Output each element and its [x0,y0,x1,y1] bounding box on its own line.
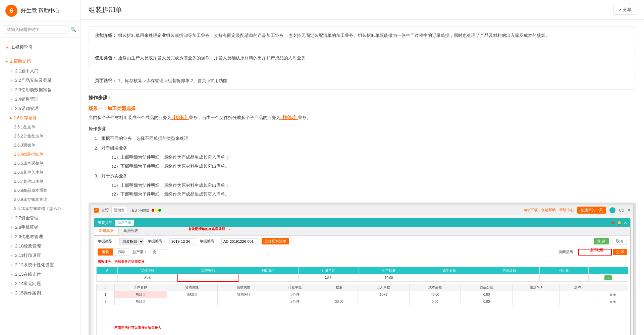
sidebar-item-stockcount[interactable]: 2.6.1盘点单 [0,123,80,132]
create-new-btn[interactable]: 创建新的一天 [577,207,606,214]
intro-block: 功能介绍： 组装拆卸单用来处理企业组装或拆卸等加工业务，支持有固定装配清单的产品… [89,26,636,44]
table-row [97,329,628,335]
sidebar-item-print[interactable]: ＋2.11打印设置 [0,251,80,260]
upper-add-btn[interactable]: + [604,275,612,280]
sidebar-item-partialcount[interactable]: 2.6.2分量盘点单 [0,132,80,141]
sidebar-item-faq[interactable]: ＋2.14常见问题 [0,279,80,288]
sidebar-item-docs[interactable]: ● 2.帮助文档 [0,56,80,66]
inner-newdoc-btn[interactable]: 新建单据 [115,220,134,226]
docnum-input[interactable] [221,238,258,244]
lower-th-num: # [97,284,115,291]
sidebar-nav: ＋ 1.视频学习 ● 2.帮助文档 ＋2.1新手入门 ＋2.2产品安装及登录 ＋… [0,38,80,335]
sidebar-item-adj[interactable]: 2.6.3调拨单 [0,141,80,150]
user-avatar [609,207,615,213]
app-download-link[interactable]: App下载 [524,208,538,213]
sidebar-item-coupon[interactable]: ＋2.9优惠券管理 [0,232,80,241]
sidebar-item-otherout[interactable]: 2.6.7其他出库单 [0,177,80,186]
sidebar-item-install[interactable]: ＋2.2产品安装及登录 [0,76,80,85]
upper-th-qty: 生产数量 [359,267,419,274]
sidebar-item-operations[interactable]: ＋2.10经营管理 [0,241,80,251]
titlebar-left: 6 自贸 新销售 TEST-H002 [94,207,161,213]
sidebar-item-costadjust[interactable]: 2.6.5成本调整单 [0,159,80,168]
sidebar-item-video[interactable]: ＋ 1.视频学习 [0,42,80,52]
sidebar-item-assembly[interactable]: 2.6.4组装拆卸单 [0,150,80,159]
upper-th-avail: 可用量 [539,267,588,274]
sidebar-item-purchase[interactable]: ＋2.5采购管理 [0,104,80,113]
app-outer: 6 自贸 新销售 TEST-H002 [89,203,636,335]
inner-app-header: 组装拆卸 新建单据 📌 🔔 ✕ [94,218,630,227]
print-icon: ＋ [9,253,14,258]
close-icon[interactable]: ✕ [628,208,631,212]
annotation-spacer [94,257,630,267]
lower-th-name: 子件名称 [114,284,166,291]
assembly-toggle-btn[interactable]: 组装 [98,248,113,256]
disassembly-link: 【拆卸】 [280,115,298,120]
step3: 3、对于拆卖业务 （1）上部明细为父件明细，最终作为原材料生成其它出库单； （2… [95,172,636,198]
date-input[interactable] [169,238,196,244]
annotation-enable-text: 启用处理 [590,248,603,252]
sidebar-item-custom[interactable]: ＋2.12系统个性化设置 [0,260,80,270]
sidebar-item-costrecalc[interactable]: 2.6.8商品成本重算 [0,186,80,195]
lr-1-attr2: 辅助(41) [218,291,269,298]
inner-header-close[interactable]: ✕ [624,221,627,225]
table-row: 1 商品 1 辅助(1) 辅助(41) 1个/件 10+1 46.00 [97,291,628,298]
lr-2-qty: 30.00 [321,298,358,305]
sidebar-item-newcomer[interactable]: ＋2.1新手入门 [0,66,80,76]
lower-th-attr2: 辅助属性 [218,284,269,291]
sidebar-item-dataprep[interactable]: ＋2.3使用前数据准备 [0,85,80,95]
lr-2-ops: ⊕ ⊗ [597,298,628,305]
tab-list[interactable]: 单据列表 [119,227,143,235]
scene1-heading: 场景一：加工类型选择 [89,106,636,112]
doctype-select[interactable]: 组装拆卸 [119,238,144,245]
table-row [97,323,628,329]
role-label: 使用角色： [95,55,117,60]
create-help-link[interactable]: 创建帮助 [541,208,556,213]
role-text: 通常由生产人员或库管人员完成拆装业务的操作，库管人员确认原材料的出库和产成品的入… [118,55,306,60]
search-input[interactable] [4,25,68,34]
sidebar-item-cases[interactable]: ＋2.15操作案例 [0,288,80,298]
main-content: 功能介绍： 组装拆卸单用来处理企业组装或拆卸等加工业务，支持有固定装配清单的产品… [80,20,644,335]
inner-header-icon2: 🔔 [617,221,622,225]
sidebar-item-onlinepay[interactable]: ＋2.13在线支付 [0,270,80,279]
table-row: 2 商品 2 1个/件 30.00 0.00 [97,298,628,305]
logo-icon: 6 [5,5,17,17]
share-icon: ↗ [618,7,622,12]
count-input[interactable] [151,249,167,255]
upper-row-ops: + [588,274,628,281]
sidebar-item-accounterr[interactable]: 2.6.10库存账本错了怎么办 [0,204,80,213]
sidebar-item-sales[interactable]: ＋2.4销售管理 [0,95,80,104]
upper-row-other [479,274,540,281]
save-btn[interactable]: 保 存 [594,238,609,244]
logo-area: 6 好生意 帮助中心 [0,0,80,22]
upper-row-attr [238,274,299,281]
inventory-icon: ● [9,115,12,120]
sidebar-item-mobile[interactable]: ＋2.8手机旺铺 [0,223,80,232]
upper-th-cost: 成本金额 [419,267,479,274]
tab-newdoc[interactable]: 新建单据 [94,227,119,235]
coupon-icon: ＋ [9,234,14,239]
lr-2-num: 2 [97,298,115,305]
bom-confirm-btn[interactable]: 立 即 [613,249,627,255]
assembly-sub1: （1）上部明细为父件明细，最终作为产成品生成其它入库单； [109,153,636,161]
help-center-link[interactable]: 帮助中心 [559,208,574,213]
close-dot [152,209,154,212]
bom-area: 选择配料清单 [262,238,289,244]
lower-th-gift: 赠品分担 [461,284,513,291]
sidebar-item-otherin[interactable]: 2.6.6其他入库单 [0,168,80,177]
sidebar-item-inventory[interactable]: ●2.6库存核算 [0,113,80,123]
sidebar-item-stockcheck[interactable]: 2.6.9库存账本查询 [0,195,80,204]
cancel-btn[interactable]: 取消 [612,238,627,245]
bom-btn[interactable]: 选择配料清单 [262,238,289,244]
upper-row-cost [419,274,479,281]
disassembly-toggle-btn[interactable]: 拆卸 [113,248,129,256]
share-button[interactable]: ↗ 分享 [613,5,636,15]
sidebar-item-finance[interactable]: ＋2.7资金管理 [0,213,80,223]
upper-th-num: # [97,267,118,274]
sidebar-section-video: ＋ 1.视频学习 [0,40,80,54]
lr-2-worker [358,298,409,305]
table-row [97,305,628,311]
lr-1-worker: 10+1 [358,291,409,298]
table-row [97,311,628,317]
screenshot-container: 6 自贸 新销售 TEST-H002 [89,203,636,335]
search-icon[interactable]: 🔍 [70,27,76,32]
